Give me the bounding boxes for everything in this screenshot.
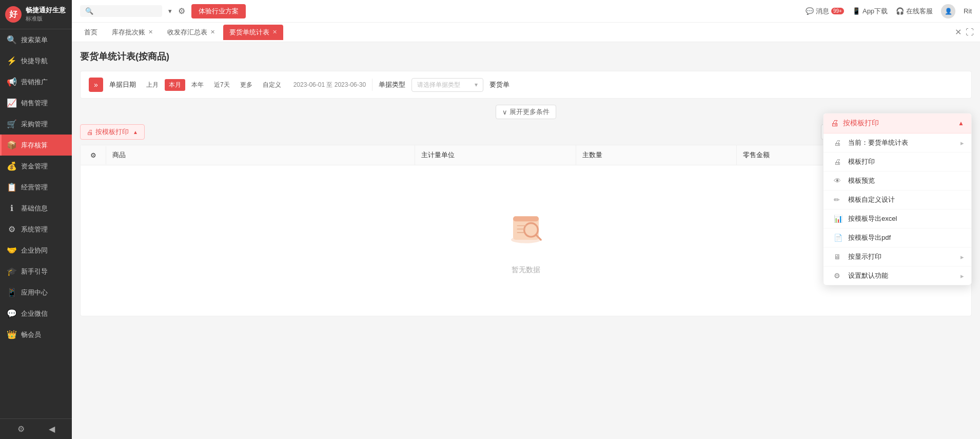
sidebar-collapse-btn[interactable]: ◀ [49,424,55,434]
dropdown-export-excel[interactable]: 📊 按模板导出excel [824,209,971,228]
trial-btn[interactable]: 体验行业方案 [191,4,246,18]
topbar-search-icon: 🔍 [85,7,93,15]
messages-btn[interactable]: 💬 消息 99+ [806,7,844,16]
print-template-btn[interactable]: 🖨 按模板打印 ▲ [80,124,145,140]
sidebar-item-sales[interactable]: 📈 销售管理 [0,92,72,113]
sidebar-item-appcenter[interactable]: 📱 应用中心 [0,282,72,303]
sidebar-item-collab[interactable]: 🤝 企业协同 [0,240,72,261]
page-title: 要货单统计表(按商品) [80,50,972,63]
close-tab-stock-summary[interactable]: ✕ [210,29,215,35]
appcenter-icon: 📱 [7,288,17,297]
dropdown-header-title: 🖨 按模板打印 [831,119,879,128]
svg-rect-2 [513,216,539,221]
filter-toggle-btn[interactable]: » [89,78,103,92]
user-name: Rit [964,7,972,15]
sidebar-item-quicknav[interactable]: ⚡ 快捷导航 [0,50,72,71]
empty-illustration [500,206,552,257]
sidebar-nav: 🔍 搜索菜单 ⚡ 快捷导航 📢 营销推广 📈 销售管理 🛒 采购管理 📦 库存核… [0,29,72,418]
user-avatar[interactable]: 👤 [941,4,955,18]
dropdown-display-print[interactable]: 🖥 按显示打印 ▸ [824,247,971,266]
sidebar-item-purchase[interactable]: 🛒 采购管理 [0,113,72,135]
sidebar-logo: 好 畅捷通好生意 标准版 [0,0,72,29]
sidebar-item-search[interactable]: 🔍 搜索菜单 [0,29,72,50]
app-brand-text: 畅捷通好生意 标准版 [26,6,66,22]
filter-bar: » 单据日期 上月 本月 本年 近7天 更多 自定义 2023-06-01 至 … [80,71,972,99]
empty-text: 暂无数据 [512,265,540,275]
sidebar-item-member[interactable]: 👑 畅会员 [0,324,72,345]
dropdown-template-design[interactable]: ✏ 模板自定义设计 [824,190,971,209]
type-label: 单据类型 [379,80,405,89]
dropdown-current-item[interactable]: 🖨 当前：要货单统计表 ▸ [824,133,971,152]
topbar-search[interactable]: 🔍 [80,5,162,17]
tab-close-all-btn[interactable]: ✕ [955,27,962,37]
template-preview-icon: 👁 [834,177,843,185]
date-btn-thisyear[interactable]: 本年 [187,79,208,91]
current-arrow: ▸ [961,139,964,147]
date-btn-custom[interactable]: 自定义 [259,79,285,91]
purchase-icon: 🛒 [7,119,17,129]
main-area: 🔍 ▾ ⚙ 体验行业方案 💬 消息 99+ 📱 App下载 🎧 在线客服 👤 [72,0,980,439]
tab-maximize-btn[interactable]: ⛶ [966,28,974,37]
wechat-icon: 💬 [7,309,17,318]
close-tab-order-stats[interactable]: ✕ [272,29,277,35]
print-icon: 🖨 [87,128,93,136]
default-settings-icon: ⚙ [834,272,843,280]
inventory-icon: 📦 [7,140,17,150]
dropdown-template-preview[interactable]: 👁 模板预览 [824,171,971,190]
col-settings[interactable]: ⚙ [81,146,106,164]
online-service-btn[interactable]: 🎧 在线客服 [896,7,933,16]
newbie-icon: 🎓 [7,266,17,276]
date-btn-lastmonth[interactable]: 上月 [142,79,163,91]
marketing-icon: 📢 [7,77,17,87]
type-select[interactable]: 请选择单据类型 ▾ [411,78,483,92]
date-btn-more[interactable]: 更多 [236,79,257,91]
tab-inventory-batch[interactable]: 库存批次账 ✕ [106,25,159,40]
print-arrow-icon: ▲ [133,129,138,135]
tabbar-right: ✕ ⛶ [955,27,974,37]
dropdown-export-pdf[interactable]: 📄 按模板导出pdf [824,228,971,247]
current-icon: 🖨 [834,139,843,147]
template-design-icon: ✏ [834,196,843,204]
print-dropdown-panel: 🖨 按模板打印 ▲ 🖨 当前：要货单统计表 ▸ 🖨 模板打印 👁 [823,113,972,285]
dropdown-collapse-arrow[interactable]: ▲ [958,120,964,127]
sidebar-settings-btn[interactable]: ⚙ [17,424,25,434]
close-tab-inventory-batch[interactable]: ✕ [148,29,153,35]
message-icon: 💬 [806,7,814,15]
dropdown-default-settings[interactable]: ⚙ 设置默认功能 ▸ [824,266,971,285]
sidebar-item-operations[interactable]: 📋 经营管理 [0,177,72,198]
sidebar-item-basic[interactable]: ℹ 基础信息 [0,198,72,219]
date-buttons: 上月 本月 本年 近7天 更多 自定义 [142,79,285,91]
finance-icon: 💰 [7,161,17,171]
app-download-btn[interactable]: 📱 App下载 [852,7,888,16]
sidebar-item-finance[interactable]: 💰 资金管理 [0,156,72,177]
sidebar-bottom: ⚙ ◀ [0,418,72,439]
sales-icon: 📈 [7,98,17,108]
tab-order-stats[interactable]: 要货单统计表 ✕ [223,25,283,40]
type-select-arrow: ▾ [475,81,478,88]
sidebar-item-newbie[interactable]: 🎓 新手引导 [0,261,72,282]
col-product: 商品 [106,145,415,165]
template-print-icon: 🖨 [834,158,843,166]
collab-icon: 🤝 [7,245,17,255]
topbar-dropdown-btn[interactable]: ▾ [168,7,172,15]
sidebar-item-marketing[interactable]: 📢 营销推广 [0,71,72,92]
display-print-icon: 🖥 [834,253,843,261]
dropdown-header[interactable]: 🖨 按模板打印 ▲ [824,113,971,133]
member-icon: 👑 [7,330,17,339]
app-logo-icon: 好 [5,6,22,23]
dropdown-template-print[interactable]: 🖨 模板打印 [824,152,971,171]
date-range-display: 2023-06-01 至 2023-06-30 [293,81,366,89]
date-btn-thismonth[interactable]: 本月 [165,79,185,91]
tab-home[interactable]: 首页 [78,25,104,40]
expand-more-btn[interactable]: ∨ 展开更多条件 [496,105,556,119]
sidebar-item-system[interactable]: ⚙ 系统管理 [0,219,72,240]
tab-stock-summary[interactable]: 收发存汇总表 ✕ [161,25,221,40]
topbar-search-input[interactable] [96,8,148,15]
sidebar-item-wechat[interactable]: 💬 企业微信 [0,303,72,324]
basic-icon: ℹ [7,203,17,213]
sidebar-item-inventory[interactable]: 📦 库存核算 [0,135,72,156]
date-btn-7days[interactable]: 近7天 [210,79,234,91]
topbar-settings-btn[interactable]: ⚙ [178,6,185,16]
col-quantity: 主数量 [576,145,737,165]
col-unit: 主计量单位 [415,145,576,165]
